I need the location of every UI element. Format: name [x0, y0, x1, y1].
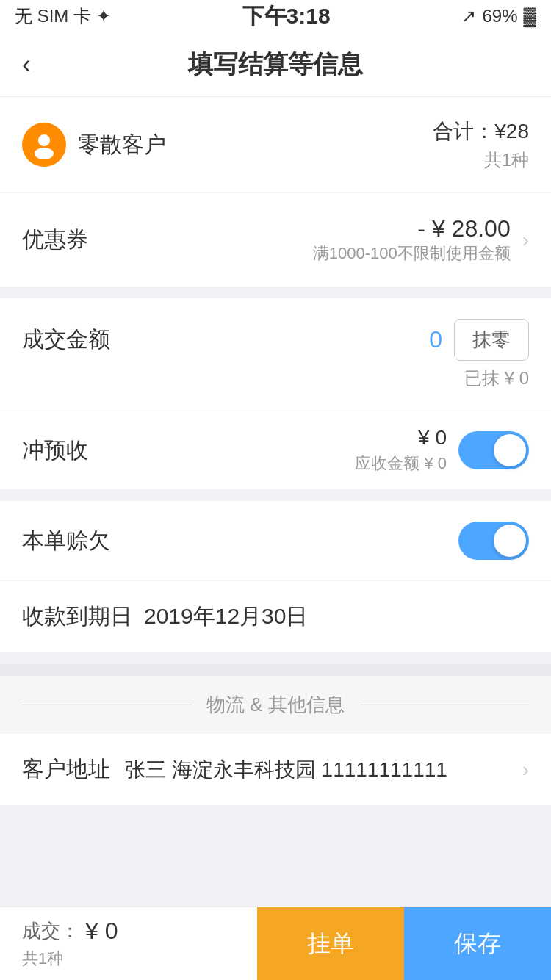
logistics-line-right: [359, 705, 529, 705]
sim-status: 无 SIM 卡 ✦: [15, 4, 111, 28]
bottom-deal-label: 成交：: [22, 918, 79, 944]
round-button[interactable]: 抹零: [454, 319, 529, 361]
nav-bar: ‹ 填写结算等信息: [0, 32, 551, 97]
due-date-row: 收款到期日 2019年12月30日: [0, 580, 551, 652]
battery-status: 69%: [482, 6, 517, 26]
customer-total: 合计：¥28 共1种: [433, 118, 529, 172]
pending-button[interactable]: 挂单: [257, 907, 404, 981]
section-divider: [0, 664, 551, 676]
prepay-label: 冲预收: [22, 436, 88, 466]
coupon-right: - ¥ 28.00 满1000-100不限制使用金额 ›: [313, 215, 529, 264]
customer-section: 零散客户 合计：¥28 共1种 优惠券 - ¥ 28.00 满1000-100不…: [0, 97, 551, 287]
deal-label: 成交金额: [22, 325, 110, 355]
location-icon: ↗: [461, 6, 476, 26]
toggle-thumb-debit: [494, 525, 526, 557]
address-value: 张三 海淀永丰科技园 11111111111: [125, 756, 518, 784]
deal-section: 成交金额 0 抹零 已抹 ¥ 0 冲预收 ¥ 0 应收金额 ¥ 0: [0, 298, 551, 489]
person-icon: [30, 131, 58, 159]
prepay-sub: 应收金额 ¥ 0: [355, 453, 447, 475]
address-section: 客户地址 张三 海淀永丰科技园 11111111111 ›: [0, 734, 551, 805]
customer-row: 零散客户 合计：¥28 共1种: [0, 97, 551, 192]
deal-value: 0: [429, 326, 442, 353]
chevron-address-icon: ›: [522, 758, 529, 782]
bottom-info: 成交： ¥ 0 共1种: [0, 918, 257, 970]
total-count: 共1种: [433, 148, 529, 172]
debit-label: 本单赊欠: [22, 526, 110, 556]
status-right: ↗ 69% ▓: [461, 6, 536, 26]
debit-section: 本单赊欠 收款到期日 2019年12月30日: [0, 501, 551, 652]
due-date-value: 2019年12月30日: [144, 602, 308, 632]
prepay-amount: ¥ 0: [355, 426, 447, 450]
prepay-info: ¥ 0 应收金额 ¥ 0: [355, 426, 447, 475]
coupon-discount: - ¥ 28.00: [313, 215, 511, 242]
logistics-header: 物流 & 其他信息: [0, 676, 551, 734]
logistics-title: 物流 & 其他信息: [206, 692, 345, 718]
due-date-label: 收款到期日: [22, 602, 132, 632]
svg-point-1: [35, 148, 54, 159]
deal-right: 0 抹零: [429, 319, 529, 361]
bottom-bar: 成交： ¥ 0 共1种 挂单 保存: [0, 907, 551, 980]
save-button[interactable]: 保存: [404, 907, 551, 981]
svg-point-0: [38, 134, 50, 146]
prepay-row: 冲预收 ¥ 0 应收金额 ¥ 0: [0, 411, 551, 489]
status-bar: 无 SIM 卡 ✦ 下午3:18 ↗ 69% ▓: [0, 0, 551, 32]
bottom-deal: 成交： ¥ 0: [22, 918, 235, 945]
battery-icon: ▓: [523, 6, 536, 26]
deal-sub: 已抹 ¥ 0: [0, 367, 551, 411]
chevron-right-icon: ›: [522, 228, 529, 252]
customer-info: 零散客户: [22, 123, 166, 167]
prepay-toggle[interactable]: [458, 431, 529, 469]
status-left: 无 SIM 卡 ✦: [15, 4, 111, 28]
bottom-count: 共1种: [22, 948, 235, 970]
coupon-info: - ¥ 28.00 满1000-100不限制使用金额: [313, 215, 511, 264]
coupon-row[interactable]: 优惠券 - ¥ 28.00 满1000-100不限制使用金额 ›: [0, 192, 551, 287]
address-row[interactable]: 客户地址 张三 海淀永丰科技园 11111111111 ›: [0, 734, 551, 805]
status-time: 下午3:18: [242, 1, 331, 32]
coupon-desc: 满1000-100不限制使用金额: [313, 242, 511, 264]
toggle-thumb: [494, 434, 526, 466]
logistics-line-left: [22, 705, 192, 705]
debit-row: 本单赊欠: [0, 501, 551, 580]
page-title: 填写结算等信息: [188, 48, 363, 82]
customer-name: 零散客户: [78, 130, 166, 160]
total-amount: 合计：¥28: [433, 118, 529, 145]
avatar: [22, 123, 66, 167]
prepay-right: ¥ 0 应收金额 ¥ 0: [355, 426, 529, 475]
deal-row: 成交金额 0 抹零: [0, 298, 551, 367]
coupon-label: 优惠券: [22, 225, 88, 255]
back-button[interactable]: ‹: [22, 49, 31, 80]
debit-toggle[interactable]: [458, 522, 529, 560]
address-label: 客户地址: [22, 754, 110, 785]
bottom-deal-value: ¥ 0: [85, 918, 118, 945]
